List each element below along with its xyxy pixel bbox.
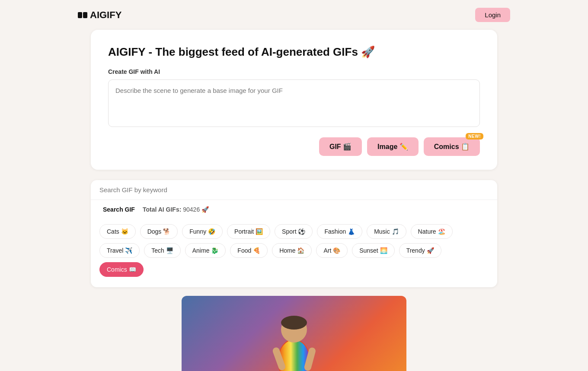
tags-section: Cats 🐱Dogs 🐕Funny 🤣Portrait 🖼️Sport ⚽Fas…	[91, 221, 497, 287]
tags-row-2: Travel ✈️Tech 🖥️Anime 🐉Food 🍕Home 🏠Art 🎨…	[99, 243, 489, 258]
comics-button[interactable]: Comics 📋	[424, 137, 480, 156]
tags-row-3: Comics 📖	[99, 262, 489, 277]
tag-button[interactable]: Comics 📖	[99, 262, 144, 277]
tag-button[interactable]: Tech 🖥️	[144, 243, 180, 258]
logo: AIGIFY	[78, 10, 121, 21]
tag-button[interactable]: Funny 🤣	[182, 224, 223, 239]
hero-title: AIGIFY - The biggest feed of AI-generate…	[108, 45, 480, 59]
tag-button[interactable]: Fashion 👗	[317, 224, 362, 239]
navbar: AIGIFY Login	[0, 0, 588, 30]
tag-button[interactable]: Dogs 🐕	[140, 224, 178, 239]
tag-button[interactable]: Food 🍕	[230, 243, 268, 258]
tag-button[interactable]: Nature 🏖️	[411, 224, 453, 239]
gif-button[interactable]: GIF 🎬	[319, 137, 362, 156]
image-button[interactable]: Image ✏️	[367, 137, 419, 156]
gif-preview-image	[182, 296, 406, 371]
total-gifs-label: Total AI GIFs: 90426 🚀	[143, 206, 209, 213]
total-icon: 🚀	[201, 206, 209, 213]
tag-button[interactable]: Sport ⚽	[275, 224, 313, 239]
tag-button[interactable]: Travel ✈️	[99, 243, 140, 258]
tag-button[interactable]: Portrait 🖼️	[227, 224, 270, 239]
search-input[interactable]	[99, 186, 489, 193]
search-footer: Search GIF Total AI GIFs: 90426 🚀	[91, 200, 497, 221]
hero-card: AIGIFY - The biggest feed of AI-generate…	[91, 30, 497, 170]
main-container: AIGIFY - The biggest feed of AI-generate…	[82, 30, 506, 371]
tag-button[interactable]: Cats 🐱	[99, 224, 136, 239]
tag-button[interactable]: Art 🎨	[316, 243, 348, 258]
tag-button[interactable]: Home 🏠	[272, 243, 312, 258]
action-buttons: GIF 🎬 Image ✏️ Comics 📋 NEW!	[108, 137, 480, 156]
total-count: 90426	[183, 206, 200, 213]
player-svg	[255, 304, 333, 371]
search-section: Search GIF Total AI GIFs: 90426 🚀 Cats 🐱…	[91, 180, 497, 287]
tag-button[interactable]: Anime 🐉	[185, 243, 226, 258]
svg-point-4	[281, 316, 307, 330]
tag-button[interactable]: Trendy 🚀	[399, 243, 441, 258]
comics-button-wrap: Comics 📋 NEW!	[424, 137, 480, 156]
gif-description-input[interactable]	[108, 79, 480, 127]
search-bar	[91, 180, 497, 200]
login-button[interactable]: Login	[475, 8, 510, 22]
logo-icon	[78, 12, 87, 18]
create-label: Create GIF with AI	[108, 68, 480, 75]
tag-button[interactable]: Sunset 🌅	[352, 243, 394, 258]
new-badge: NEW!	[466, 133, 483, 140]
logo-text: AIGIFY	[90, 10, 121, 21]
tag-button[interactable]: Music 🎵	[367, 224, 406, 239]
search-gif-button[interactable]: Search GIF	[99, 204, 138, 215]
tags-row-1: Cats 🐱Dogs 🐕Funny 🤣Portrait 🖼️Sport ⚽Fas…	[99, 224, 489, 239]
gif-preview	[182, 296, 406, 371]
